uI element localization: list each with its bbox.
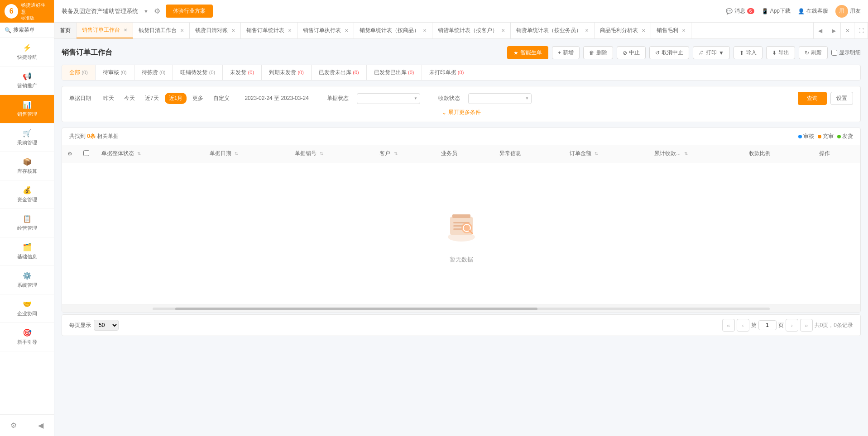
sort-collected-icon[interactable]: ⇅ xyxy=(684,151,688,156)
tab-close-goods-margin[interactable]: ✕ xyxy=(642,28,645,33)
user-menu-btn[interactable]: 用 用友 xyxy=(835,5,861,18)
date-btn-1month[interactable]: 近1月 xyxy=(165,93,187,104)
filter-settings-btn[interactable]: 设置 xyxy=(830,92,853,105)
tab-close-sales-exec[interactable]: ✕ xyxy=(345,28,348,33)
tabs-scroll-right-btn[interactable]: ▶ xyxy=(827,23,841,39)
refresh-btn[interactable]: ↻ 刷新 xyxy=(799,46,828,59)
scroll-area[interactable] xyxy=(62,305,860,312)
tab-goods-stats-staff[interactable]: 销货单统计表（按业务员） ✕ xyxy=(511,23,595,38)
tab-close-sales-stats[interactable]: ✕ xyxy=(288,28,292,33)
sidebar-item-inventory[interactable]: 📦 库存核算 xyxy=(0,152,54,180)
sort-date-icon[interactable]: ⇅ xyxy=(235,151,238,156)
sidebar-item-finance[interactable]: 💰 资金管理 xyxy=(0,180,54,209)
tab-close-goods-stats-staff[interactable]: ✕ xyxy=(585,28,589,33)
sort-no-icon[interactable]: ⇅ xyxy=(320,151,323,156)
sidebar-item-operations[interactable]: 📋 经营管理 xyxy=(0,209,54,237)
scroll-track[interactable] xyxy=(153,308,770,310)
sort-customer-icon[interactable]: ⇅ xyxy=(394,151,398,156)
sub-tab-unshipped[interactable]: 未发货 (0) xyxy=(223,65,262,80)
sidebar-item-marketing[interactable]: 📢 营销推广 xyxy=(0,66,54,95)
import-btn[interactable]: ⬆ 导入 xyxy=(734,46,762,59)
solution-btn[interactable]: 体验行业方案 xyxy=(166,5,213,18)
sidebar-item-purchase[interactable]: 🛒 采购管理 xyxy=(0,123,54,152)
sub-tab-pending-inspection[interactable]: 待拣货 (0) xyxy=(134,65,173,80)
show-detail-checkbox[interactable]: 显示明细 xyxy=(831,49,861,57)
date-btn-custom[interactable]: 自定义 xyxy=(209,93,234,104)
tab-home[interactable]: 首页 xyxy=(54,23,77,38)
query-btn[interactable]: 查询 xyxy=(798,92,827,105)
sidebar-item-quick-nav[interactable]: ⚡ 快捷导航 xyxy=(0,38,54,66)
sort-status-icon[interactable]: ⇅ xyxy=(137,151,141,156)
tab-sales-gross[interactable]: 销售毛利 ✕ xyxy=(651,23,691,38)
date-btn-more[interactable]: 更多 xyxy=(188,93,207,104)
tabs-fullscreen-btn[interactable]: ⛶ xyxy=(854,23,868,39)
show-detail-input[interactable] xyxy=(831,50,837,56)
status-select-wrap[interactable] xyxy=(357,93,420,104)
sub-tab-shipped-out[interactable]: 已发货已出库 (0) xyxy=(367,65,422,80)
app-download-btn[interactable]: 📱 App下载 xyxy=(762,7,791,15)
tab-close-cash-daily[interactable]: ✕ xyxy=(180,28,184,33)
sidebar-search[interactable]: 🔍 搜索菜单 xyxy=(0,23,54,38)
sidebar-item-newbie[interactable]: 🎯 新手引导 xyxy=(0,323,54,351)
review-action-btn[interactable]: 审核 xyxy=(798,133,814,140)
tab-sales-exec[interactable]: 销售订单执行表 ✕ xyxy=(297,23,354,38)
delete-btn[interactable]: 🗑 删除 xyxy=(583,46,613,59)
suspend-btn[interactable]: ⊘ 中止 xyxy=(617,46,646,59)
sidebar-item-enterprise[interactable]: 🤝 企业协同 xyxy=(0,294,54,323)
system-title-dropdown[interactable]: ▼ xyxy=(144,9,149,14)
message-btn[interactable]: 💬 消息 6 xyxy=(726,7,754,15)
tab-close-sales-workbench[interactable]: ✕ xyxy=(124,28,127,33)
sub-tab-pending-review[interactable]: 待审核 (0) xyxy=(96,65,134,80)
cancel-review-action-btn[interactable]: 充审 xyxy=(818,133,834,140)
status-select[interactable] xyxy=(357,93,420,104)
tabs-scroll-left-btn[interactable]: ◀ xyxy=(814,23,827,39)
date-btn-today[interactable]: 今天 xyxy=(120,93,139,104)
tab-close-goods-stats-customer[interactable]: ✕ xyxy=(501,28,505,33)
pagination-prev-btn[interactable]: ‹ xyxy=(737,319,749,332)
sub-tab-all[interactable]: 全部 (0) xyxy=(62,65,96,80)
collapse-sidebar-btn[interactable]: ◀ xyxy=(34,419,47,431)
smart-create-btn[interactable]: ★ 智能生单 xyxy=(507,46,548,59)
tabs-close-all-btn[interactable]: ✕ xyxy=(841,23,854,39)
sub-tab-unprinted[interactable]: 未打印单据 (0) xyxy=(422,65,471,80)
tab-goods-stats-customer[interactable]: 销货单统计表（按客户） ✕ xyxy=(432,23,511,38)
page-size-select[interactable]: 10 20 50 100 xyxy=(94,320,119,331)
expand-filter-btn[interactable]: ⌄ 展开更多条件 xyxy=(442,109,481,116)
date-btn-yesterday[interactable]: 昨天 xyxy=(99,93,118,104)
ship-action-btn[interactable]: 发货 xyxy=(837,133,853,140)
pagination-first-btn[interactable]: « xyxy=(722,319,735,332)
tab-close-goods-stats-product[interactable]: ✕ xyxy=(423,28,427,33)
tab-close-sales-gross[interactable]: ✕ xyxy=(682,28,686,33)
tab-cash-reconcile[interactable]: 钱货日清对账 ✕ xyxy=(190,23,241,38)
print-btn[interactable]: 🖨 打印 ▼ xyxy=(693,46,730,59)
cancel-suspend-btn[interactable]: ↺ 取消中止 xyxy=(649,46,689,59)
online-service-btn[interactable]: 👤 在线客服 xyxy=(798,7,828,15)
tab-cash-daily[interactable]: 钱货日清工作台 ✕ xyxy=(133,23,190,38)
sub-tab-wangpu-pending[interactable]: 旺铺待发货 (0) xyxy=(173,65,223,80)
select-all-checkbox[interactable] xyxy=(83,150,89,156)
collection-select-wrap[interactable] xyxy=(468,93,532,104)
page-number-input[interactable] xyxy=(758,320,777,330)
scroll-thumb[interactable] xyxy=(175,308,537,310)
export-btn[interactable]: ⬇ 导出 xyxy=(766,46,795,59)
sidebar-item-sales[interactable]: 📊 销售管理 xyxy=(0,95,54,123)
tab-sales-workbench[interactable]: 销售订单工作台 ✕ xyxy=(77,23,133,38)
sidebar-item-system[interactable]: ⚙️ 系统管理 xyxy=(0,266,54,294)
date-btn-7days[interactable]: 近7天 xyxy=(141,93,163,104)
settings-gear-btn[interactable]: ⚙ xyxy=(7,419,20,431)
sort-amount-icon[interactable]: ⇅ xyxy=(595,151,598,156)
sub-tab-overdue-unshipped[interactable]: 到期未发货 (0) xyxy=(262,65,312,80)
tab-close-cash-reconcile[interactable]: ✕ xyxy=(231,28,235,33)
tab-goods-margin[interactable]: 商品毛利分析表 ✕ xyxy=(595,23,651,38)
tab-sales-stats[interactable]: 销售订单统计表 ✕ xyxy=(241,23,297,38)
tab-goods-stats-product[interactable]: 销货单统计表（按商品） ✕ xyxy=(354,23,432,38)
collection-select[interactable] xyxy=(468,93,532,104)
sub-tab-shipped-not-out[interactable]: 已发货未出库 (0) xyxy=(312,65,367,80)
pagination-last-btn[interactable]: » xyxy=(800,319,813,332)
settings-col-icon[interactable]: ⚙ xyxy=(67,151,72,157)
sidebar-item-base-info[interactable]: 🗂️ 基础信息 xyxy=(0,237,54,266)
settings-icon[interactable]: ⚙ xyxy=(154,7,160,15)
pagination-next-btn[interactable]: › xyxy=(786,319,798,332)
add-btn[interactable]: + 新增 xyxy=(552,46,580,59)
empty-text: 暂无数据 xyxy=(450,256,473,264)
